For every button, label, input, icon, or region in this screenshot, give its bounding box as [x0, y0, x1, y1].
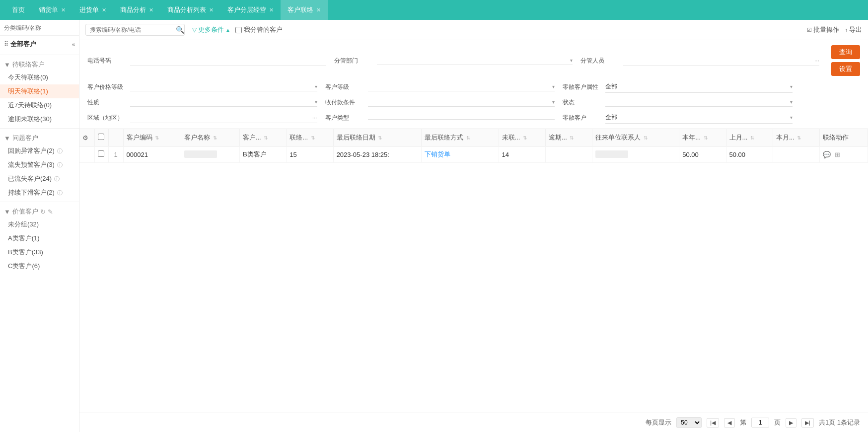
my-customers-check[interactable]	[235, 27, 242, 33]
close-icon[interactable]: ✕	[316, 7, 321, 13]
unit-contact-blurred	[595, 150, 628, 158]
page-number-input[interactable]	[751, 418, 769, 428]
query-btn[interactable]: 查询	[831, 45, 860, 59]
search-icon[interactable]: 🔍	[176, 26, 187, 34]
page-size-select[interactable]: 50 100 200	[676, 417, 702, 428]
close-icon[interactable]: ✕	[269, 7, 274, 13]
region-select[interactable]: ···	[130, 113, 317, 123]
col-uncontacted: 未联... ⇅	[499, 129, 545, 146]
sort-icon[interactable]: ⇅	[213, 135, 217, 141]
sort-icon[interactable]: ⇅	[264, 135, 268, 141]
sidebar-search-bar: 🔍	[0, 20, 79, 36]
sidebar-item-tomorrow-pending[interactable]: 明天待联络(1)	[0, 84, 79, 98]
price-level-select[interactable]: ▾	[130, 82, 317, 91]
sidebar-item-7days-pending[interactable]: 近7天待联络(0)	[0, 98, 79, 112]
chevron-down-icon: ▾	[790, 115, 793, 120]
gear-icon[interactable]: ⚙	[82, 134, 88, 142]
row-last-month: 50.00	[726, 146, 773, 163]
sidebar-item-churn-warning[interactable]: 流失预警客户(3) ⓘ	[0, 158, 79, 172]
export-icon: ↑	[845, 27, 848, 33]
settings-btn[interactable]: 设置	[831, 62, 860, 76]
sidebar-search-input[interactable]	[4, 24, 78, 31]
sidebar-item-today-pending[interactable]: 今天待联络(0)	[0, 71, 79, 84]
sort-icon[interactable]: ⇅	[570, 135, 574, 141]
retail-customer-select[interactable]: 全部 ▾	[605, 112, 793, 124]
close-icon[interactable]: ✕	[149, 7, 153, 13]
batch-icon: ☑	[807, 27, 812, 33]
prev-page-btn[interactable]: ◀	[724, 418, 735, 428]
table-footer: 每页显示 50 100 200 |◀ ◀ 第 页 ▶ ▶| 共1页 1条记录	[79, 413, 868, 432]
customer-type-select[interactable]	[368, 116, 555, 120]
sidebar-item-overdue-pending[interactable]: 逾期未联络(30)	[0, 112, 79, 126]
sidebar-item-a-class[interactable]: A类客户(1)	[0, 231, 79, 245]
collapse-icon[interactable]: «	[72, 41, 75, 47]
region-field: 区域（地区） ···	[87, 113, 317, 123]
sort-icon[interactable]: ⇅	[311, 135, 315, 141]
gender-select[interactable]: ▾	[130, 98, 317, 107]
row-select-checkbox[interactable]	[98, 150, 104, 157]
sidebar-item-abnormal-repurchase[interactable]: 回购异常客户(2) ⓘ	[0, 144, 79, 158]
sidebar-item-declining[interactable]: 持续下滑客户(2) ⓘ	[0, 186, 79, 200]
search-input[interactable]	[85, 24, 185, 36]
more-icon[interactable]: ···	[814, 57, 819, 64]
nav-customer-segment[interactable]: 客户分层经营 ✕	[220, 0, 281, 20]
sidebar-item-ungrouped[interactable]: 未分组(32)	[0, 217, 79, 231]
close-icon[interactable]: ✕	[102, 7, 106, 13]
sort-icon[interactable]: ⇅	[704, 135, 708, 141]
last-page-btn[interactable]: ▶|	[801, 418, 814, 428]
sidebar-item-b-class[interactable]: B类客户(33)	[0, 245, 79, 259]
close-icon[interactable]: ✕	[61, 7, 66, 13]
more-icon[interactable]: ···	[312, 114, 317, 121]
first-page-btn[interactable]: |◀	[707, 418, 719, 428]
sort-icon[interactable]: ⇅	[155, 135, 159, 141]
retail-attr-field: 零散客户属性 全部 ▾	[563, 81, 793, 93]
nav-sales[interactable]: 销货单 ✕	[32, 0, 72, 20]
main-content: 🔍 ▽ 更多条件 ▲ 我分管的客户 ☑ 批量操作 ↑ 导出	[79, 20, 868, 432]
message-icon[interactable]: 💬	[823, 151, 831, 158]
department-select[interactable]: ▾	[377, 56, 573, 65]
select-all-checkbox[interactable]	[98, 134, 104, 140]
payment-select[interactable]: ▾	[368, 98, 555, 107]
retail-attr-select[interactable]: 全部 ▾	[605, 81, 793, 93]
toolbar-right: ☑ 批量操作 ↑ 导出	[807, 25, 863, 34]
edit-icon[interactable]: ✎	[48, 208, 53, 216]
sort-icon[interactable]: ⇅	[523, 135, 527, 141]
next-page-btn[interactable]: ▶	[786, 418, 796, 428]
sort-icon[interactable]: ⇅	[378, 135, 382, 141]
nav-product-analysis[interactable]: 商品分析 ✕	[113, 0, 160, 20]
status-select[interactable]: ▾	[605, 98, 793, 107]
sort-icon[interactable]: ⇅	[466, 135, 470, 141]
col-contact-action: 联络动作	[820, 129, 868, 146]
value-group-label: ▼ 价值客户 ↻ ✎	[0, 204, 79, 217]
row-customer-name	[181, 146, 239, 163]
col-customer-code: 客户编码 ⇅	[123, 129, 181, 146]
close-icon[interactable]: ✕	[209, 7, 214, 13]
more-conditions-btn[interactable]: ▽ 更多条件 ▲	[192, 25, 230, 34]
chevron-down-icon: ▾	[315, 99, 317, 105]
sidebar-item-c-class[interactable]: C类客户(6)	[0, 259, 79, 273]
nav-home[interactable]: 首页	[5, 0, 32, 20]
status-field: 状态 ▾	[563, 98, 793, 107]
grid-icon[interactable]: ⊞	[835, 151, 840, 158]
action-icons: 💬 ⊞	[823, 151, 865, 158]
phone-input[interactable]	[130, 56, 326, 66]
export-btn[interactable]: ↑ 导出	[845, 25, 863, 34]
sort-icon[interactable]: ⇅	[750, 135, 754, 141]
row-last-contact-method: 下销货单	[421, 146, 499, 163]
chevron-down-icon: ▾	[552, 99, 555, 105]
data-table-wrapper: ⚙ 客户编码 ⇅ 客户名称 ⇅	[79, 129, 868, 413]
row-contact-count: 15	[287, 146, 333, 163]
sort-icon[interactable]: ⇅	[644, 135, 648, 141]
my-customers-checkbox[interactable]: 我分管的客户	[235, 25, 283, 34]
sidebar-item-churned[interactable]: 已流失客户(24) ⓘ	[0, 172, 79, 186]
last-contact-link[interactable]: 下销货单	[425, 150, 450, 158]
customer-level-select[interactable]: ▾	[368, 82, 555, 91]
sort-icon[interactable]: ⇅	[797, 135, 801, 141]
nav-product-analysis-list[interactable]: 商品分析列表 ✕	[160, 0, 220, 20]
all-customers-header[interactable]: ⠿ 全部客户 «	[0, 36, 79, 53]
refresh-icon[interactable]: ↻	[40, 208, 46, 216]
manager-select[interactable]: ···	[623, 56, 819, 66]
batch-operate-btn[interactable]: ☑ 批量操作	[807, 25, 839, 34]
nav-purchase[interactable]: 进货单 ✕	[72, 0, 113, 20]
nav-customer-contact[interactable]: 客户联络 ✕	[281, 0, 328, 20]
